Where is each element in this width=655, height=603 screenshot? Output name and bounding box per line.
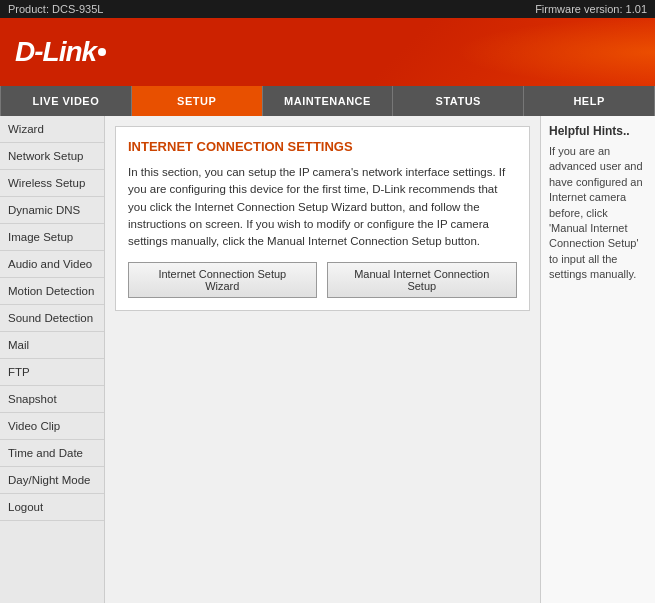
firmware-label: Firmware version: 1.01	[535, 3, 647, 15]
wizard-button[interactable]: Internet Connection Setup Wizard	[128, 262, 317, 298]
product-label: Product: DCS-935L	[8, 3, 103, 15]
settings-box: INTERNET CONNECTION SETTINGS In this sec…	[115, 126, 530, 311]
button-row: Internet Connection Setup Wizard Manual …	[128, 262, 517, 298]
sidebar-item-image-setup[interactable]: Image Setup	[0, 224, 104, 251]
logo-dot	[98, 48, 106, 56]
sidebar-item-audio-and-video[interactable]: Audio and Video	[0, 251, 104, 278]
tab-help[interactable]: HELP	[524, 86, 655, 116]
sidebar-item-day-night-mode[interactable]: Day/Night Mode	[0, 467, 104, 494]
header: D-Link	[0, 18, 655, 86]
sidebar-item-wireless-setup[interactable]: Wireless Setup	[0, 170, 104, 197]
sidebar-item-motion-detection[interactable]: Motion Detection	[0, 278, 104, 305]
hints-text: If you are an advanced user and have con…	[549, 144, 647, 283]
sidebar-item-dynamic-dns[interactable]: Dynamic DNS	[0, 197, 104, 224]
content-area: INTERNET CONNECTION SETTINGS In this sec…	[105, 116, 540, 603]
main-layout: Wizard Network Setup Wireless Setup Dyna…	[0, 116, 655, 603]
tab-live-video[interactable]: LIVE VIDEO	[0, 86, 132, 116]
settings-description: In this section, you can setup the IP ca…	[128, 164, 517, 250]
sidebar-item-video-clip[interactable]: Video Clip	[0, 413, 104, 440]
tab-setup[interactable]: SETUP	[132, 86, 263, 116]
tab-status[interactable]: STATUS	[393, 86, 524, 116]
sidebar-item-network-setup[interactable]: Network Setup	[0, 143, 104, 170]
top-bar: Product: DCS-935L Firmware version: 1.01	[0, 0, 655, 18]
sidebar-item-ftp[interactable]: FTP	[0, 359, 104, 386]
tab-maintenance[interactable]: MAINTENANCE	[263, 86, 394, 116]
sidebar-item-snapshot[interactable]: Snapshot	[0, 386, 104, 413]
hints-title: Helpful Hints..	[549, 124, 647, 138]
sidebar-item-logout[interactable]: Logout	[0, 494, 104, 521]
sidebar-item-sound-detection[interactable]: Sound Detection	[0, 305, 104, 332]
settings-title: INTERNET CONNECTION SETTINGS	[128, 139, 517, 154]
sidebar: Wizard Network Setup Wireless Setup Dyna…	[0, 116, 105, 603]
sidebar-item-wizard[interactable]: Wizard	[0, 116, 104, 143]
logo: D-Link	[15, 36, 96, 68]
sidebar-item-mail[interactable]: Mail	[0, 332, 104, 359]
sidebar-item-time-and-date[interactable]: Time and Date	[0, 440, 104, 467]
hints-box: Helpful Hints.. If you are an advanced u…	[540, 116, 655, 603]
nav-tabs: LIVE VIDEO SETUP MAINTENANCE STATUS HELP	[0, 86, 655, 116]
manual-button[interactable]: Manual Internet Connection Setup	[327, 262, 517, 298]
